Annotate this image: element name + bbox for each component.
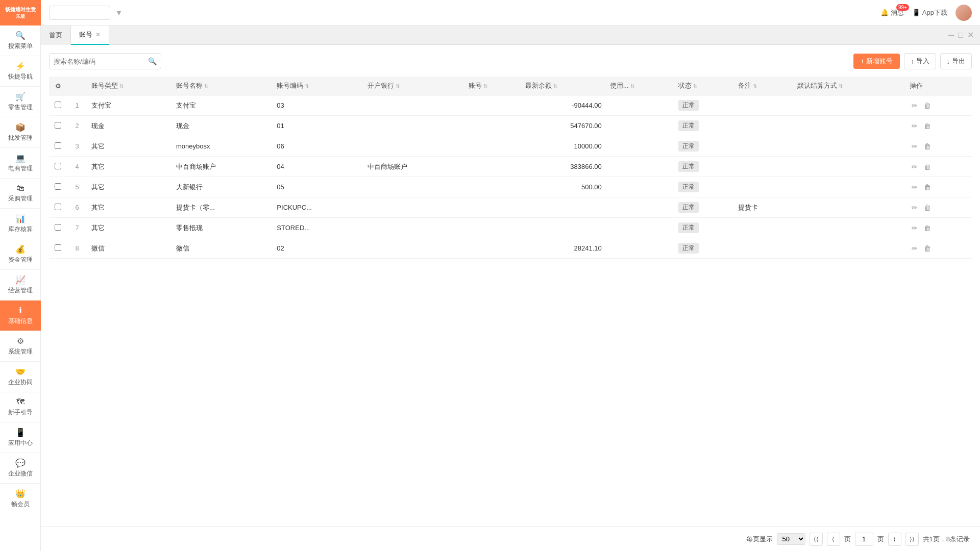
cell-status: 正常 — [674, 136, 734, 157]
col-account-no[interactable]: 账号⇅ — [464, 77, 521, 95]
first-page-button[interactable]: ⟨⟨ — [810, 533, 823, 546]
delete-button[interactable]: 🗑 — [922, 223, 933, 233]
delete-button[interactable]: 🗑 — [922, 101, 933, 111]
col-account-name[interactable]: 账号名称⇅ — [172, 77, 273, 95]
row-checkbox[interactable] — [49, 177, 67, 197]
sidebar-item-operation[interactable]: 📈 经营管理 — [0, 270, 41, 300]
sort-icon8: ⇅ — [693, 83, 697, 89]
cell-account-name: moneybosx — [172, 136, 273, 157]
delete-button[interactable]: 🗑 — [922, 141, 933, 152]
row-checkbox[interactable] — [49, 157, 67, 177]
cell-account-type: 其它 — [87, 218, 172, 238]
col-settings[interactable]: ⚙ — [49, 77, 67, 95]
cell-account-no — [464, 218, 521, 238]
cell-operation: ✏ 🗑 — [905, 197, 972, 218]
edit-button[interactable]: ✏ — [910, 243, 920, 254]
cell-account-no — [464, 238, 521, 259]
edit-button[interactable]: ✏ — [910, 141, 920, 152]
page-size-select[interactable]: 50 20 100 — [777, 533, 805, 545]
table-row: 8 微信 微信 02 28241.10 正常 ✏ 🗑 — [49, 238, 972, 259]
cell-status: 正常 — [674, 157, 734, 177]
tab-close-icon[interactable]: ✕ — [95, 32, 101, 38]
row-checkbox[interactable] — [49, 95, 67, 116]
row-checkbox[interactable] — [49, 197, 67, 218]
col-default-payment[interactable]: 默认结算方式⇅ — [793, 77, 906, 95]
row-checkbox[interactable] — [49, 136, 67, 157]
prev-page-button[interactable]: ⟨ — [827, 533, 840, 546]
tab-account[interactable]: 账号 ✕ — [71, 26, 109, 45]
sidebar-item-enterprise[interactable]: 🤝 企业协同 — [0, 362, 41, 392]
delete-button[interactable]: 🗑 — [922, 162, 933, 172]
minimize-button[interactable]: ─ — [948, 30, 954, 40]
sort-icon7: ⇅ — [630, 83, 634, 89]
accounts-table: ⚙ 账号类型⇅ 账号名称⇅ 账号编码⇅ 开户银行⇅ 账号⇅ 最新余额⇅ 使用..… — [49, 77, 972, 259]
search-input[interactable] — [54, 58, 148, 65]
sidebar-item-capital[interactable]: 💰 资金管理 — [0, 239, 41, 270]
delete-button[interactable]: 🗑 — [922, 121, 933, 131]
topbar-search-input[interactable] — [49, 6, 110, 20]
edit-button[interactable]: ✏ — [910, 223, 920, 233]
row-num: 1 — [67, 95, 87, 116]
sidebar-item-wholesale[interactable]: 📦 批发管理 — [0, 117, 41, 148]
add-account-button[interactable]: + 新增账号 — [853, 54, 900, 69]
cell-account-code: 04 — [273, 157, 363, 177]
edit-button[interactable]: ✏ — [910, 182, 920, 192]
sidebar-item-appcenter[interactable]: 📱 应用中心 — [0, 422, 41, 453]
wholesale-icon: 📦 — [2, 122, 39, 132]
sidebar-item-retail[interactable]: 🛒 零售管理 — [0, 87, 41, 117]
export-button[interactable]: ↓ 导出 — [940, 53, 972, 69]
sidebar-item-member[interactable]: 👑 畅会员 — [0, 484, 41, 514]
sidebar-item-ecommerce[interactable]: 💻 电商管理 — [0, 148, 41, 179]
row-checkbox[interactable] — [49, 238, 67, 259]
sidebar-item-search[interactable]: 🔍 搜索菜单 — [0, 26, 41, 56]
user-avatar[interactable] — [955, 5, 972, 21]
close-button[interactable]: ✕ — [967, 30, 974, 40]
app-download-button[interactable]: 📱 App下载 — [912, 8, 947, 17]
sidebar-item-system[interactable]: ⚙ 系统管理 — [0, 331, 41, 362]
col-balance[interactable]: 最新余额⇅ — [521, 77, 606, 95]
export-icon: ↓ — [947, 58, 950, 65]
delete-button[interactable]: 🗑 — [922, 203, 933, 213]
edit-button[interactable]: ✏ — [910, 121, 920, 131]
edit-button[interactable]: ✏ — [910, 101, 920, 111]
topbar: ▼ 🔔 消息 99+ 📱 App下载 — [41, 0, 980, 26]
row-checkbox[interactable] — [49, 218, 67, 238]
cell-default-payment — [793, 116, 906, 136]
search-nav-icon: 🔍 — [2, 31, 39, 40]
message-button[interactable]: 🔔 消息 99+ — [880, 8, 904, 17]
cell-default-payment — [793, 177, 906, 197]
quick-icon: ⚡ — [2, 61, 39, 71]
sidebar-item-inventory[interactable]: 📊 库存核算 — [0, 209, 41, 239]
col-bank[interactable]: 开户银行⇅ — [363, 77, 464, 95]
col-account-code[interactable]: 账号编码⇅ — [273, 77, 363, 95]
next-page-button[interactable]: ⟩ — [888, 533, 901, 546]
cell-account-code: STORED... — [273, 218, 363, 238]
sidebar-item-wechat[interactable]: 💬 企业微信 — [0, 453, 41, 484]
col-remark[interactable]: 备注⇅ — [734, 77, 793, 95]
col-operation: 操作 — [905, 77, 972, 95]
edit-button[interactable]: ✏ — [910, 162, 920, 172]
sidebar-item-quick[interactable]: ⚡ 快捷导航 — [0, 56, 41, 87]
tab-home[interactable]: 首页 — [41, 26, 71, 45]
topbar-dropdown-icon[interactable]: ▼ — [115, 9, 122, 17]
delete-button[interactable]: 🗑 — [922, 243, 933, 254]
sort-icon9: ⇅ — [753, 83, 757, 89]
col-account-type[interactable]: 账号类型⇅ — [87, 77, 172, 95]
import-button[interactable]: ↑ 导入 — [904, 53, 936, 69]
table-row: 6 其它 提货卡（零... PICKUPC... 正常 提货卡 ✏ 🗑 — [49, 197, 972, 218]
sidebar-item-guide[interactable]: 🗺 新手引导 — [0, 392, 41, 422]
col-usage[interactable]: 使用...⇅ — [606, 77, 674, 95]
cell-remark — [734, 116, 793, 136]
sidebar-item-basic[interactable]: ℹ 基础信息 — [0, 300, 41, 331]
edit-button[interactable]: ✏ — [910, 203, 920, 213]
col-status[interactable]: 状态⇅ — [674, 77, 734, 95]
sort-icon3: ⇅ — [305, 83, 309, 89]
row-checkbox[interactable] — [49, 116, 67, 136]
maximize-button[interactable]: □ — [958, 30, 963, 40]
cell-account-type: 其它 — [87, 136, 172, 157]
cell-bank — [363, 116, 464, 136]
last-page-button[interactable]: ⟩⟩ — [905, 533, 919, 546]
sidebar-item-purchase[interactable]: 🛍 采购管理 — [0, 179, 41, 209]
delete-button[interactable]: 🗑 — [922, 182, 933, 192]
page-input[interactable] — [855, 533, 873, 546]
